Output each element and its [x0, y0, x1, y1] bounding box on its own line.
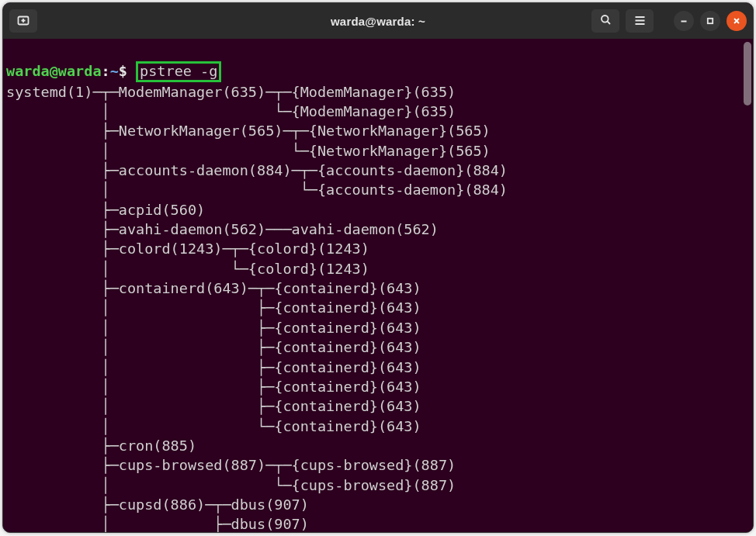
- new-tab-icon: [17, 14, 29, 29]
- search-icon: [600, 14, 612, 29]
- titlebar-right-group: [591, 9, 747, 33]
- command-highlight-box: pstree -g: [136, 61, 221, 81]
- prompt-symbol: $: [119, 63, 127, 79]
- command-text: pstree -g: [140, 63, 217, 79]
- scrollbar-thumb[interactable]: [744, 42, 751, 105]
- terminal-body[interactable]: warda@warda:~$ pstree -gsystemd(1)─┬─Mod…: [3, 39, 753, 532]
- maximize-icon: [706, 14, 715, 29]
- minimize-button[interactable]: [674, 11, 694, 31]
- maximize-button[interactable]: [700, 11, 720, 31]
- svg-point-3: [602, 16, 609, 22]
- pstree-output: systemd(1)─┬─ModemManager(635)─┬─{ModemM…: [6, 84, 508, 532]
- prompt-sep: :: [102, 63, 110, 79]
- minimize-icon: [679, 14, 688, 29]
- svg-line-4: [607, 21, 609, 23]
- menu-button[interactable]: [626, 9, 654, 33]
- svg-rect-9: [708, 18, 713, 22]
- titlebar-left-group: [9, 9, 37, 33]
- prompt-user-host: warda@warda: [6, 63, 102, 79]
- search-button[interactable]: [591, 9, 619, 33]
- new-tab-button[interactable]: [9, 9, 37, 33]
- hamburger-icon: [634, 14, 646, 29]
- close-button[interactable]: [727, 11, 747, 31]
- terminal-window: warda@warda: ~: [2, 2, 754, 533]
- titlebar: warda@warda: ~: [3, 3, 753, 39]
- close-icon: [732, 14, 741, 29]
- prompt-path: ~: [110, 63, 119, 79]
- prompt-line: warda@warda:~$ pstree -g: [6, 61, 750, 81]
